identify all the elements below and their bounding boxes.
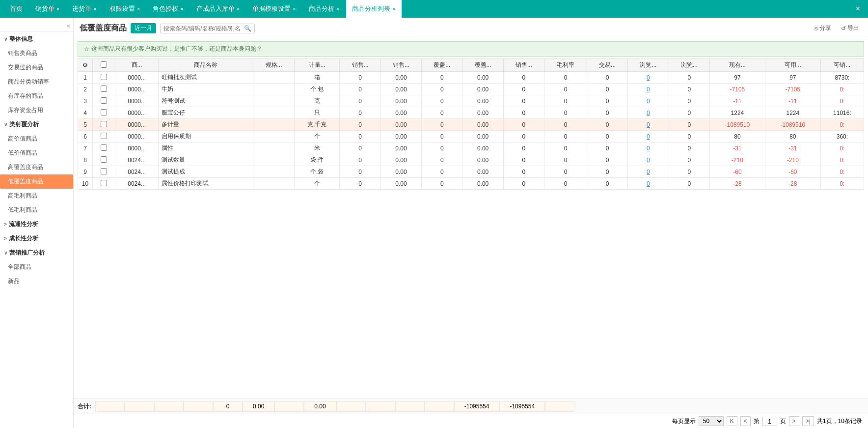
sidebar-item-all-goods[interactable]: 全部商品 [0, 260, 73, 274]
sidebar-item-new-goods[interactable]: 新品 [0, 274, 73, 288]
sidebar-item-high-value[interactable]: 高价值商品 [0, 132, 73, 146]
row-checkbox[interactable] [93, 154, 115, 166]
row-v1[interactable]: 0 [628, 178, 669, 190]
checkbox-column-header[interactable] [93, 59, 115, 72]
sidebar-item-low-margin[interactable]: 低毛利商品 [0, 203, 73, 217]
close-icon[interactable]: × [237, 6, 240, 12]
sidebar-section-circulation[interactable]: > 流通性分析 [0, 217, 73, 231]
sidebar-section-coverage[interactable]: ∨ 类射覆分析 [0, 117, 73, 132]
row-checkbox[interactable] [93, 178, 115, 190]
sidebar-item-sales-goods[interactable]: 销售类商品 [0, 46, 73, 60]
view1-column-header[interactable]: 浏览... [628, 59, 669, 72]
row-select-checkbox[interactable] [101, 97, 107, 104]
row-checkbox[interactable] [93, 95, 115, 107]
sales3-column-header[interactable]: 销售... [503, 59, 544, 72]
sidebar-collapse-button[interactable]: « [66, 22, 70, 29]
view2-column-header[interactable]: 浏览... [669, 59, 709, 72]
row-select-checkbox[interactable] [101, 156, 107, 163]
name-column-header[interactable]: 商品名称 [159, 59, 253, 72]
last-page-button[interactable]: >| [802, 416, 814, 426]
row-select-checkbox[interactable] [101, 133, 107, 139]
sidebar-section-growth[interactable]: > 成长性分析 [0, 231, 73, 246]
row-checkbox[interactable] [93, 143, 115, 154]
select-all-checkbox[interactable] [101, 61, 107, 68]
row-v1[interactable]: 0 [628, 154, 669, 166]
row-select-checkbox[interactable] [101, 74, 107, 80]
cover1-column-header[interactable]: 覆盖... [422, 59, 462, 72]
stock1-column-header[interactable]: 现有... [709, 59, 765, 72]
next-page-button[interactable]: > [789, 416, 799, 426]
nav-tab-template[interactable]: 单据模板设置 × [246, 0, 301, 18]
sidebar-section-overall[interactable]: ∨ 整体信息 [0, 32, 73, 46]
stock3-column-header[interactable]: 可销... [820, 59, 864, 72]
page-input[interactable] [762, 417, 777, 426]
settings-column-header[interactable]: ⚙ [78, 59, 93, 72]
nav-tab-analysis[interactable]: 商品分析 × [303, 0, 345, 18]
nav-tab-home[interactable]: 首页 [4, 0, 28, 18]
nav-tab-roles[interactable]: 角色授权 × [147, 0, 189, 18]
share-button[interactable]: ⎋ 分享 [812, 23, 834, 34]
row-unit: 个 [294, 178, 340, 190]
trade-column-header[interactable]: 交易... [587, 59, 627, 72]
row-v1[interactable]: 0 [628, 107, 669, 119]
date-filter-button[interactable]: 近一月 [131, 23, 156, 33]
code-column-header[interactable]: 商... [115, 59, 159, 72]
row-select-checkbox[interactable] [101, 168, 107, 174]
sidebar-item-high-coverage[interactable]: 高覆盖度商品 [0, 160, 73, 174]
sales1-column-header[interactable]: 销售... [340, 59, 380, 72]
search-input[interactable] [163, 25, 242, 32]
spec-column-header[interactable]: 规格... [253, 59, 294, 72]
close-icon[interactable]: × [93, 6, 96, 12]
export-button[interactable]: ↺ 导出 [838, 23, 862, 34]
per-page-select[interactable]: 50 100 200 [699, 416, 724, 426]
row-v1[interactable]: 0 [628, 84, 669, 95]
sidebar-item-stocked-goods[interactable]: 有库存的商品 [0, 89, 73, 103]
row-code: 0000... [115, 84, 159, 95]
close-icon[interactable]: × [293, 6, 296, 12]
row-checkbox[interactable] [93, 72, 115, 84]
sales2-column-header[interactable]: 销售... [380, 59, 421, 72]
stock2-column-header[interactable]: 可用... [765, 59, 820, 72]
prev-page-button[interactable]: < [740, 416, 751, 426]
sidebar-item-category-rate[interactable]: 商品分类动销率 [0, 75, 73, 89]
row-v1[interactable]: 0 [628, 131, 669, 143]
nav-tab-analysis-list[interactable]: 商品分析列表 × [346, 0, 401, 18]
sidebar-item-stock-capital[interactable]: 库存资金占用 [0, 103, 73, 117]
nav-tab-product-warehouse[interactable]: 产成品入库单 × [190, 0, 245, 18]
row-checkbox[interactable] [93, 119, 115, 131]
close-icon[interactable]: × [336, 6, 339, 12]
row-checkbox[interactable] [93, 166, 115, 178]
nav-tab-sales[interactable]: 销货单 × [29, 0, 65, 18]
sidebar-item-traded-goods[interactable]: 交易过的商品 [0, 60, 73, 75]
row-v1[interactable]: 0 [628, 119, 669, 131]
row-select-checkbox[interactable] [101, 109, 107, 115]
search-icon[interactable]: 🔍 [244, 25, 251, 32]
row-checkbox[interactable] [93, 107, 115, 119]
sidebar-item-low-value[interactable]: 低价值商品 [0, 146, 73, 160]
sidebar-item-low-coverage[interactable]: 低覆盖度商品 [0, 174, 73, 189]
table-container[interactable]: ⚙ 商... 商品名称 规格... 计量... 销售... 销售... 覆盖..… [74, 58, 868, 399]
close-icon[interactable]: × [392, 6, 395, 12]
sidebar-section-marketing[interactable]: ∨ 营销推广分析 [0, 246, 73, 260]
row-v1[interactable]: 0 [628, 143, 669, 154]
row-v1[interactable]: 0 [628, 166, 669, 178]
window-close-button[interactable]: × [852, 4, 864, 13]
nav-tab-permissions[interactable]: 权限设置 × [104, 0, 146, 18]
row-select-checkbox[interactable] [101, 121, 107, 127]
close-icon[interactable]: × [137, 6, 140, 12]
row-select-checkbox[interactable] [101, 144, 107, 151]
close-icon[interactable]: × [180, 6, 183, 12]
row-checkbox[interactable] [93, 131, 115, 143]
close-icon[interactable]: × [56, 6, 59, 12]
sidebar-item-high-margin[interactable]: 高毛利商品 [0, 189, 73, 203]
cover2-column-header[interactable]: 覆盖... [462, 59, 503, 72]
unit-column-header[interactable]: 计量... [294, 59, 340, 72]
row-v1[interactable]: 0 [628, 95, 669, 107]
nav-tab-purchase[interactable]: 进货单 × [66, 0, 102, 18]
row-select-checkbox[interactable] [101, 180, 107, 186]
gross-column-header[interactable]: 毛利率 [544, 59, 587, 72]
row-select-checkbox[interactable] [101, 86, 107, 92]
row-checkbox[interactable] [93, 84, 115, 95]
row-v1[interactable]: 0 [628, 72, 669, 84]
first-page-button[interactable]: K [727, 416, 737, 426]
